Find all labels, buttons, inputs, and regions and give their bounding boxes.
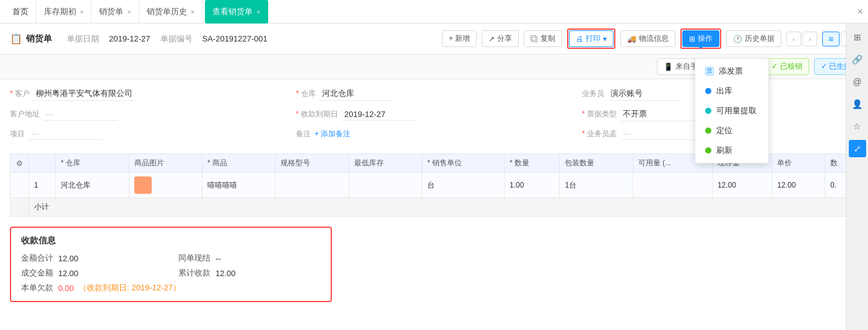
warehouse-label: 仓库 — [296, 89, 316, 99]
note-field: 备注 + 添加备注 — [296, 129, 572, 139]
date-label: 单据日期 — [67, 33, 99, 45]
print-button-wrapper: 🖨 打印 ▾ — [567, 28, 615, 49]
row-spec — [276, 173, 349, 198]
row-warehouse: 河北仓库 — [56, 173, 129, 198]
payment-date-value: 2019-12-27 — [342, 108, 416, 121]
row-available — [633, 173, 712, 198]
subtotal-label: 小计 — [29, 198, 858, 217]
ship-label: 出库 — [716, 85, 732, 97]
col-seq — [29, 154, 56, 173]
cumulative-label: 累计收款 — [178, 267, 210, 279]
cumulative-row: 累计收款 12.00 — [178, 267, 321, 279]
table-wrapper: ⚙ * 仓库 商品图片 * 商品 规格型号 最低库存 * 销售单位 * 数量 包… — [0, 154, 868, 222]
due-row: 本单欠款 0.00 （收款到期日: 2019-12-27） — [21, 282, 321, 293]
refresh-label: 刷新 — [716, 145, 732, 156]
trade-amount-value: 12.00 — [58, 269, 79, 278]
due-value: 0.00 — [58, 284, 74, 293]
tab-sales-close[interactable]: × — [127, 8, 131, 15]
add-note-button[interactable]: + 添加备注 — [315, 129, 350, 139]
view-list-button[interactable]: ≡ — [822, 32, 840, 46]
operations-button-wrapper: ⊞ 操作 — [680, 28, 721, 49]
table-row: 1 河北仓库 嘻嘻嘻嘻 台 1.00 1台 12.00 12.00 0. — [11, 173, 858, 198]
due-label: 本单欠款 — [21, 282, 53, 293]
tab-view-sales-close[interactable]: × — [256, 8, 260, 15]
project-field: 项目 --- — [10, 128, 286, 140]
row-seq: 1 — [29, 173, 56, 198]
add-invoice-icon: 票 — [705, 67, 714, 76]
sidebar-star-icon[interactable]: ☆ — [849, 118, 866, 135]
row-product: 嘻嘻嘻嘻 — [202, 173, 275, 198]
available-qty-icon — [705, 108, 711, 114]
row-pkg-qty: 1台 — [560, 173, 633, 198]
tab-inventory[interactable]: 库存期初 × — [37, 0, 92, 24]
col-unit-price: 单价 — [772, 154, 825, 173]
sidebar-at-icon[interactable]: @ — [849, 73, 866, 90]
locate-label: 定位 — [716, 125, 732, 136]
row-product-img — [129, 173, 202, 198]
sidebar-link-icon[interactable]: 🔗 — [849, 51, 866, 68]
sidebar-user-icon[interactable]: 👤 — [849, 95, 866, 113]
same-order-label: 同单现结 — [178, 253, 210, 264]
tab-view-sales[interactable]: 查看销货单 × — [205, 0, 268, 24]
print-button[interactable]: 🖨 打印 ▾ — [569, 30, 614, 47]
note-label: 备注 — [296, 129, 311, 139]
col-qty: * 数量 — [505, 154, 560, 173]
project-value: --- — [28, 128, 103, 140]
number-value: SA-20191227-001 — [202, 34, 268, 43]
share-button[interactable]: ↗ 分享 — [482, 30, 519, 47]
operations-icon: ⊞ — [689, 35, 695, 43]
add-invoice-label: 添发票 — [719, 66, 743, 77]
new-button[interactable]: + 新增 — [442, 30, 477, 47]
operations-button[interactable]: ⊞ 操作 — [682, 30, 719, 47]
right-sidebar: ⊞ 🔗 @ 👤 ☆ ⤢ — [846, 24, 868, 330]
address-field: 客户地址 --- — [10, 108, 286, 121]
col-product: * 商品 — [202, 154, 275, 173]
print-icon: 🖨 — [576, 35, 583, 43]
mobile-icon: 📱 — [664, 63, 673, 71]
address-value: --- — [43, 108, 118, 121]
row-min-stock — [349, 173, 422, 198]
dropdown-add-invoice[interactable]: 票 添发票 — [695, 61, 768, 81]
tab-sales[interactable]: 销货单 × — [92, 0, 139, 24]
total-value: 12.00 — [58, 254, 79, 263]
due-note: （收款到期日: 2019-12-27） — [79, 282, 181, 293]
row-unit: 台 — [422, 173, 505, 198]
doc-icon: 📋 — [10, 33, 22, 45]
dropdown-locate[interactable]: 定位 — [695, 121, 768, 141]
check-icon: ✓ — [771, 62, 778, 71]
logistics-button[interactable]: 🚚 物流信息 — [620, 30, 675, 47]
sidebar-expand-icon[interactable]: ⤢ — [849, 140, 866, 157]
dropdown-ship[interactable]: 出库 — [695, 81, 768, 101]
toolbar: + 新增 ↗ 分享 ⿻ 复制 🖨 打印 ▾ 🚚 物流信息 — [442, 28, 858, 49]
doc-title-section: 📋 销货单 — [10, 33, 52, 45]
doc-header: 📋 销货单 单据日期 2019-12-27 单据编号 SA-20191227-0… — [0, 24, 868, 54]
copy-icon: ⿻ — [531, 35, 538, 43]
copy-button[interactable]: ⿻ 复制 — [524, 30, 562, 47]
history-button[interactable]: 🕐 历史单据 — [726, 30, 781, 47]
tab-sales-history-close[interactable]: × — [191, 8, 194, 15]
staff-label: 业务员 — [582, 89, 604, 99]
product-image — [134, 176, 152, 194]
tab-home[interactable]: 首页 — [5, 0, 37, 24]
col-product-img: 商品图片 — [129, 154, 202, 173]
ticket-type-value: 不开票 — [620, 107, 695, 121]
dropdown-available-qty[interactable]: 可用量提取 — [695, 101, 768, 121]
doc-meta: 单据日期 2019-12-27 单据编号 SA-20191227-001 — [67, 33, 442, 45]
window-close-button[interactable]: × — [857, 6, 863, 17]
sidebar-grid-icon[interactable]: ⊞ — [849, 28, 866, 46]
dropdown-refresh[interactable]: 刷新 — [695, 141, 768, 160]
logistics-icon: 🚚 — [627, 35, 636, 43]
total-row: 金额合计 12.00 — [21, 253, 163, 264]
next-button[interactable]: › — [802, 32, 817, 46]
confirm-button[interactable]: ✓ 已核销 — [765, 58, 809, 75]
tab-bar: 首页 库存期初 × 销货单 × 销货单历史 × 查看销货单 × × — [0, 0, 868, 24]
staff2-label: 业务员孟 — [582, 129, 617, 139]
tab-inventory-close[interactable]: × — [80, 8, 84, 15]
customer-label: 客户 — [10, 89, 30, 99]
ship-icon — [705, 88, 711, 94]
prev-button[interactable]: ‹ — [786, 32, 801, 46]
effective-icon: ✓ — [821, 62, 827, 71]
tab-sales-history[interactable]: 销货单历史 × — [139, 0, 202, 24]
available-qty-label: 可用量提取 — [716, 105, 757, 116]
row-settings — [11, 173, 29, 198]
